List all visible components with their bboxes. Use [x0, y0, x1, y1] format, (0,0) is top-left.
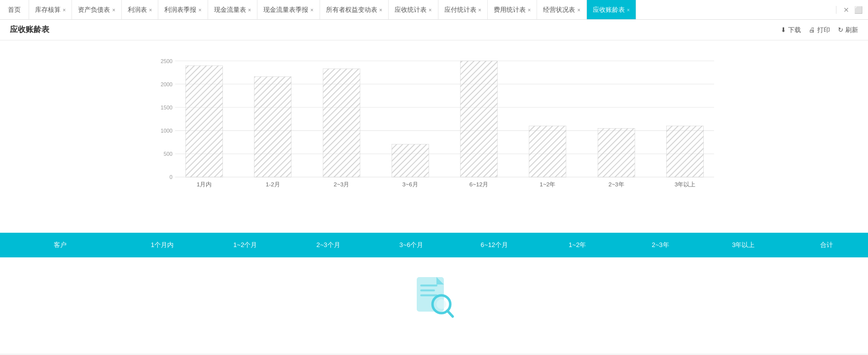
maximize-button[interactable]: ⬜: [854, 6, 862, 14]
tab-ap-stat[interactable]: 应付统计表×: [438, 0, 488, 20]
tab-label-ap-stat: 应付统计表: [444, 5, 476, 14]
table-header-6: 1~2年: [536, 241, 618, 249]
tab-profit-q[interactable]: 利润表季报×: [158, 0, 208, 20]
tab-label-cashflow: 现金流量表: [214, 5, 246, 14]
svg-rect-24: [420, 294, 437, 296]
tab-expense[interactable]: 费用统计表×: [488, 0, 537, 20]
tab-balance[interactable]: 资产负债表×: [72, 0, 121, 20]
svg-text:1-2月: 1-2月: [266, 181, 280, 187]
tab-bar: 首页 库存核算×资产负债表×利润表×利润表季报×现金流量表×现金流量表季报×所有…: [0, 0, 868, 20]
svg-text:1500: 1500: [161, 105, 173, 110]
bar-1月内: [185, 66, 222, 177]
tab-label-equity: 所有者权益变动表: [326, 5, 377, 14]
table-header-2: 1~2个月: [204, 241, 287, 249]
tab-close-ar-aging[interactable]: ×: [627, 7, 630, 13]
svg-text:6~12月: 6~12月: [470, 181, 489, 187]
tab-ar-aging[interactable]: 应收账龄表×: [587, 0, 636, 20]
bar-3年以上: [666, 126, 703, 177]
tab-inventory[interactable]: 库存核算×: [29, 0, 72, 20]
tab-label-ar-stat: 应收统计表: [395, 5, 427, 14]
close-button[interactable]: ✕: [842, 6, 850, 14]
tab-cashflow-q[interactable]: 现金流量表季报×: [257, 0, 320, 20]
page-title: 应收账龄表: [10, 25, 49, 35]
chart-area: 0 500 1000 1500 2000 2500 1月内 1-2月 2~3月 …: [0, 40, 868, 233]
tab-ar-stat[interactable]: 应收统计表×: [389, 0, 438, 20]
table-header: 客户1个月内1~2个月2~3个月3~6个月6~12个月1~2年2~3年3年以上合…: [0, 233, 868, 257]
tab-close-ap-stat[interactable]: ×: [478, 7, 481, 13]
svg-text:2500: 2500: [161, 58, 173, 64]
window-controls: ✕ ⬜: [836, 6, 868, 14]
main-content: 0 500 1000 1500 2000 2500 1月内 1-2月 2~3月 …: [0, 40, 868, 354]
bar-6-12月: [461, 61, 498, 177]
tab-close-balance[interactable]: ×: [112, 7, 115, 13]
tab-close-cashflow[interactable]: ×: [248, 7, 251, 13]
tab-close-profit-q[interactable]: ×: [198, 7, 201, 13]
print-button[interactable]: 🖨 打印: [809, 26, 830, 35]
svg-text:1~2年: 1~2年: [540, 181, 555, 187]
header-actions: ⬇ 下载 🖨 打印 ↻ 刷新: [781, 26, 858, 35]
table-header-8: 3年以上: [702, 241, 785, 249]
tab-label-ar-aging: 应收账龄表: [593, 5, 625, 14]
tab-cashflow[interactable]: 现金流量表×: [208, 0, 257, 20]
tab-close-profit[interactable]: ×: [149, 7, 152, 13]
svg-text:1月内: 1月内: [197, 181, 212, 187]
download-button[interactable]: ⬇ 下载: [781, 26, 801, 35]
refresh-label: 刷新: [845, 26, 858, 35]
table-header-1: 1个月内: [121, 241, 204, 249]
print-label: 打印: [817, 26, 830, 35]
bar-2-3年: [598, 129, 635, 178]
tab-close-equity[interactable]: ×: [379, 7, 382, 13]
table-header-5: 6~12个月: [453, 241, 536, 249]
table-header-9: 合计: [785, 241, 868, 249]
tab-equity[interactable]: 所有者权益变动表×: [320, 0, 389, 20]
print-icon: 🖨: [809, 26, 815, 34]
svg-text:3年以上: 3年以上: [675, 181, 696, 187]
table-header-4: 3~6个月: [370, 241, 453, 249]
tab-operation[interactable]: 经营状况表×: [537, 0, 586, 20]
svg-line-27: [447, 311, 453, 317]
refresh-icon: ↻: [838, 26, 843, 34]
tab-close-expense[interactable]: ×: [528, 7, 531, 13]
tab-label-profit: 利润表: [128, 5, 147, 14]
bar-chart: 0 500 1000 1500 2000 2500 1月内 1-2月 2~3月 …: [10, 50, 858, 198]
tab-label-inventory: 库存核算: [35, 5, 61, 14]
bar-1-2月: [254, 77, 291, 178]
svg-text:1000: 1000: [161, 128, 173, 134]
svg-text:500: 500: [164, 151, 173, 157]
tab-label-balance: 资产负债表: [78, 5, 110, 14]
refresh-button[interactable]: ↻ 刷新: [838, 26, 858, 35]
svg-text:3~6月: 3~6月: [402, 181, 418, 187]
table-header-0: 客户: [0, 241, 121, 249]
tab-close-cashflow-q[interactable]: ×: [310, 7, 313, 13]
table-header-3: 2~3个月: [287, 241, 369, 249]
empty-area: [0, 257, 868, 336]
svg-text:2~3月: 2~3月: [334, 181, 350, 187]
svg-text:0: 0: [170, 174, 173, 180]
svg-text:2~3年: 2~3年: [609, 181, 624, 187]
tab-profit[interactable]: 利润表×: [122, 0, 158, 20]
tab-label-operation: 经营状况表: [543, 5, 575, 14]
download-icon: ⬇: [781, 26, 786, 34]
tab-label-profit-q: 利润表季报: [164, 5, 196, 14]
svg-point-28: [436, 299, 446, 309]
table-header-7: 2~3年: [619, 241, 702, 249]
tab-close-operation[interactable]: ×: [577, 7, 580, 13]
bar-2-3月: [323, 69, 360, 178]
download-label: 下载: [788, 26, 801, 35]
tab-label-cashflow-q: 现金流量表季报: [263, 5, 308, 14]
empty-illustration: [409, 272, 459, 321]
tab-close-inventory[interactable]: ×: [63, 7, 66, 13]
tab-home[interactable]: 首页: [0, 0, 29, 20]
page-header: 应收账龄表 ⬇ 下载 🖨 打印 ↻ 刷新: [0, 20, 868, 40]
svg-rect-23: [420, 289, 435, 291]
tab-label-expense: 费用统计表: [494, 5, 526, 14]
svg-text:2000: 2000: [161, 81, 173, 87]
bar-1-2年: [529, 126, 566, 177]
bar-3-6月: [392, 144, 429, 177]
svg-rect-22: [420, 284, 437, 286]
tab-close-ar-stat[interactable]: ×: [429, 7, 432, 13]
